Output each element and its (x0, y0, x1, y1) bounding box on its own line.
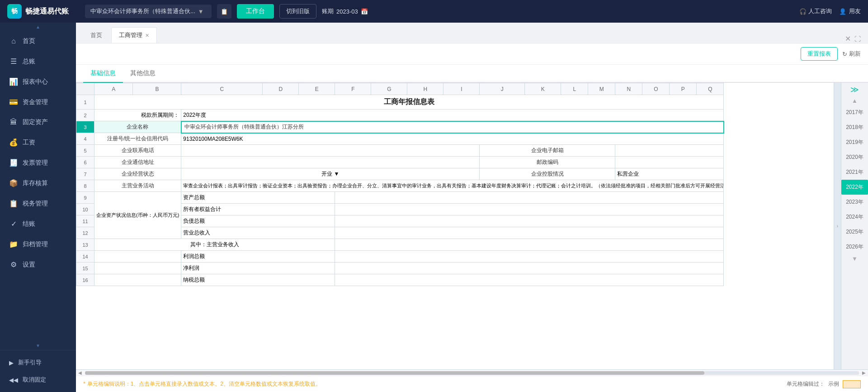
settle-icon: ✓ (9, 220, 18, 228)
company-selector[interactable]: 中审众环会计师事务所（特殊普通合伙... ▼ (85, 5, 212, 18)
invoice-icon: 🧾 (9, 158, 18, 167)
biz-status-value[interactable]: 开业 ▼ (181, 168, 480, 180)
right-toggle[interactable]: › (834, 83, 841, 369)
col-header-l: L (561, 83, 588, 95)
table-row: 15 净利润 (76, 263, 724, 274)
tab-home[interactable]: 首页 (83, 28, 109, 43)
year-2020[interactable]: 2020年 (841, 150, 868, 165)
user-area[interactable]: 👤 用友 (839, 7, 861, 15)
tab-close-icon[interactable]: ✕ (145, 33, 149, 38)
doc-icon[interactable]: 📋 (217, 4, 231, 19)
sidebar-item-report[interactable]: 📊 报表中心 (0, 72, 76, 92)
sidebar-scroll-up[interactable]: ▲ (0, 23, 76, 31)
sidebar-item-tax[interactable]: 📋 税务管理 (0, 193, 76, 214)
col-header-n: N (615, 83, 642, 95)
sidebar-item-archive[interactable]: 📁 归档管理 (0, 234, 76, 254)
old-version-button[interactable]: 切到旧版 (279, 4, 316, 19)
scroll-left-arrow[interactable]: ◀ (76, 370, 84, 375)
refresh-icon: ↻ (842, 51, 847, 57)
year-2018[interactable]: 2018年 (841, 120, 868, 135)
year-2026[interactable]: 2026年 (841, 239, 868, 254)
sidebar-label-archive: 归档管理 (23, 240, 48, 249)
h-scroll-bar[interactable]: ◀ ▶ (76, 369, 868, 376)
profit-label: 利润总额 (181, 251, 335, 263)
year-2022[interactable]: 2022年 (841, 180, 868, 195)
h-scroll-thumb[interactable] (85, 371, 704, 375)
headset-icon: 🎧 (799, 8, 807, 15)
address-value[interactable] (181, 157, 480, 168)
year-2023[interactable]: 2023年 (841, 195, 868, 210)
panel-up-btn[interactable]: ▲ (841, 96, 868, 105)
year-2017[interactable]: 2017年 (841, 105, 868, 120)
sheet-table: A B C D E F G H I J K L (76, 83, 724, 286)
table-row: 1 工商年报信息表 (76, 95, 724, 110)
cell-example-swatch (843, 380, 861, 388)
tab-business[interactable]: 工商管理 ✕ (111, 27, 157, 43)
holding-value[interactable]: 私营企业 (615, 168, 724, 180)
sidebar-item-salary[interactable]: 💰 工资 (0, 132, 76, 153)
period-value-cell[interactable]: 2022年度 (181, 110, 724, 121)
main-revenue-value[interactable] (335, 239, 724, 251)
sidebar-item-settle[interactable]: ✓ 结账 (0, 214, 76, 234)
sidebar-item-settings[interactable]: ⚙ 设置 (0, 254, 76, 275)
liabilities-value[interactable] (335, 215, 724, 227)
year-2025[interactable]: 2025年 (841, 225, 868, 239)
info-tab-basic[interactable]: 基础信息 (83, 65, 123, 83)
holding-label: 企业控股情况 (480, 168, 615, 180)
window-expand-icon[interactable]: ⛶ (854, 35, 861, 43)
sidebar-item-cancel-fixed[interactable]: ◀◀ 取消固定 (0, 371, 76, 388)
info-tab-other[interactable]: 其他信息 (123, 65, 163, 83)
panel-collapse-btn[interactable]: ≫ (841, 83, 868, 96)
info-tab-other-label: 其他信息 (130, 69, 156, 76)
column-header-row: A B C D E F G H I J K L (76, 83, 724, 95)
panel-down-btn[interactable]: ▼ (841, 254, 868, 263)
net-profit-value[interactable] (335, 263, 724, 274)
scroll-right-arrow[interactable]: ▶ (860, 370, 868, 375)
sidebar-item-inventory[interactable]: 📦 库存核算 (0, 173, 76, 193)
year-2024[interactable]: 2024年 (841, 210, 868, 225)
profit-value[interactable] (335, 251, 724, 263)
company-dropdown-icon: ▼ (198, 8, 204, 15)
main-layout: ▲ ⌂ 首页 ☰ 总账 📊 报表中心 💳 资金管理 🏛 固定资产 (0, 23, 868, 392)
revenue-value[interactable] (335, 227, 724, 239)
col-header-f: F (335, 83, 371, 95)
row-num-6: 6 (76, 157, 94, 168)
cancel-fixed-icon: ◀◀ (9, 377, 18, 383)
window-close-icon[interactable]: ✕ (845, 34, 851, 43)
tab-bar: 首页 工商管理 ✕ ✕ ⛶ (76, 23, 868, 43)
asset-label-group: 企业资产状况信息(币种：人民币万元) (94, 192, 181, 239)
year-2021[interactable]: 2021年 (841, 165, 868, 180)
sidebar-scroll-down[interactable]: ▼ (0, 341, 76, 350)
phone-value[interactable] (181, 145, 480, 157)
row-num-3: 3 (76, 121, 94, 133)
row-num-15: 15 (76, 263, 94, 274)
app-title: 畅捷通易代账 (25, 7, 69, 16)
sidebar-item-home[interactable]: ⌂ 首页 (0, 31, 76, 51)
postal-value[interactable] (615, 157, 724, 168)
sidebar-item-assets[interactable]: 🏛 固定资产 (0, 112, 76, 132)
reg-code-value[interactable]: 91320100MA208E5W6K (181, 133, 724, 145)
equity-label: 所有者权益合计 (181, 204, 335, 215)
total-assets-value[interactable] (335, 192, 724, 204)
main-biz-value[interactable]: 审查企业会计报表；出具审计报告；验证企业资本；出具验资报告；办理企业合开、分立、… (181, 180, 724, 192)
sidebar-item-capital[interactable]: 💳 资金管理 (0, 92, 76, 112)
row-num-4: 4 (76, 133, 94, 145)
tax-value[interactable] (335, 274, 724, 286)
company-name-value[interactable]: 中审众环会计师事务所（特殊普通合伙）江苏分所 (181, 121, 724, 133)
workbench-button[interactable]: 工作台 (237, 4, 274, 19)
sidebar-item-ledger[interactable]: ☰ 总账 (0, 51, 76, 72)
col-header-m: M (588, 83, 615, 95)
hint-star: * (83, 380, 85, 387)
service-button[interactable]: 🎧 人工咨询 (799, 7, 832, 15)
email-value[interactable] (615, 145, 724, 157)
reset-button[interactable]: 重置报表 (801, 47, 838, 61)
sidebar-item-invoice[interactable]: 🧾 发票管理 (0, 153, 76, 173)
refresh-button[interactable]: ↻ 刷新 (842, 50, 861, 58)
h-scroll-track[interactable] (85, 371, 859, 375)
spreadsheet-main[interactable]: A B C D E F G H I J K L (76, 83, 834, 369)
calendar-icon[interactable]: 📅 (361, 8, 368, 15)
total-assets-label: 资产总额 (181, 192, 335, 204)
sidebar-item-guide[interactable]: ▶ 新手引导 (0, 354, 76, 371)
year-2019[interactable]: 2019年 (841, 135, 868, 150)
equity-value[interactable] (335, 204, 724, 215)
